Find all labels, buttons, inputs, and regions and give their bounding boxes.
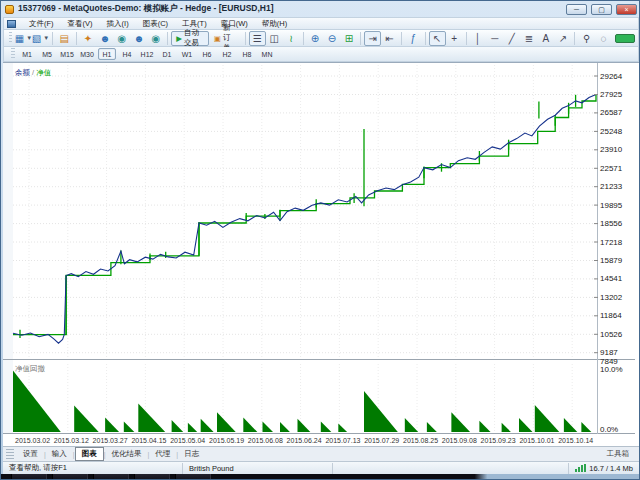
trendline-icon: ╱ [509,33,515,44]
magnifier-button[interactable]: ⚲ [578,31,595,46]
timeframe-W1[interactable]: W1 [178,48,196,60]
cursor-button[interactable]: ↖ [429,31,446,46]
tester-tab-输入[interactable]: 输入 [46,448,73,460]
standard-toolbar: ▦▼▧▼▤✦☻◉☻◉▶自动交易▣新订单☰◫≀⊕⊖⊞⇥⇤ƒ↖+│─╱≣A↗⚲◌ [3,30,639,47]
equity-legend-label: 净值 [36,68,51,77]
svg-text:27925: 27925 [600,90,623,99]
timeframe-M1[interactable]: M1 [18,48,36,60]
vps-icon: ◉ [118,33,127,44]
toolbox-grip[interactable] [6,449,14,460]
menu-查看[interactable]: 查看(V) [61,18,100,30]
timeframe-M30[interactable]: M30 [78,48,96,60]
timeframe-H12[interactable]: H12 [138,48,156,60]
bars-chart-icon: ☰ [253,33,262,44]
zoom-in-button[interactable]: ⊕ [306,31,323,46]
shapes-button[interactable]: ◌ [595,31,612,46]
menu-图表[interactable]: 图表(C) [136,18,175,30]
time-scale[interactable]: 2015.03.022015.03.122015.03.272015.04.15… [15,437,593,444]
toolbox-title: 工具箱 [607,449,630,459]
svg-text:2015.05.04: 2015.05.04 [170,437,205,444]
tester-chart[interactable]: 2926427925265872524823910225712123319895… [3,63,639,447]
new-order-button[interactable]: ▣新订单 [209,31,242,46]
arrows-button[interactable]: ↗ [554,31,571,46]
tester-tab-设置[interactable]: 设置 [17,448,44,460]
line-chart-button[interactable]: ≀ [283,31,300,46]
svg-text:2015.09.23: 2015.09.23 [481,437,516,444]
toolbar-separator [245,32,246,45]
market-button[interactable]: ✦ [79,31,96,46]
fibonacci-button[interactable]: ≣ [520,31,537,46]
timeframe-H1[interactable]: H1 [98,48,116,60]
timeframes-grip[interactable] [11,48,15,60]
zoom-out-button[interactable]: ⊖ [323,31,340,46]
crosshair-button[interactable]: + [446,31,463,46]
vps-button[interactable]: ◉ [113,31,130,46]
status-bar: 查看帮助, 请按F1 British Pound 16.7 / 1.4 Mb [3,461,639,474]
market-watch-button[interactable]: ▤ [56,31,73,46]
balance-legend-label: 余额 [15,68,30,77]
algo-trading-button[interactable]: ▶自动交易 [171,31,209,46]
tester-graph-panel[interactable]: 2926427925265872524823910225712123319895… [3,62,639,446]
timeframe-H4[interactable]: H4 [118,48,136,60]
alerts-button[interactable]: ◉ [147,31,164,46]
chevron-down-icon[interactable]: ▼ [43,35,49,41]
text-label-button[interactable]: A [537,31,554,46]
svg-text:2015.07.13: 2015.07.13 [325,437,360,444]
tester-tab-代理[interactable]: 代理 [149,448,176,460]
timeframe-MN[interactable]: MN [258,48,276,60]
taskbar-button[interactable] [93,474,129,480]
signals-button[interactable]: ☻ [96,31,113,46]
close-button[interactable]: × [616,4,637,15]
taskbar-button[interactable] [52,474,88,480]
taskbar-button[interactable] [134,474,170,480]
toolbar-separator [360,32,361,45]
app-icon [5,5,14,14]
chart-shift-button[interactable]: ⇤ [381,31,398,46]
title-bar: 15377069 - MetaQuotes-Demo: 模拟账户 - Hedge… [1,1,640,17]
timeframe-M5[interactable]: M5 [38,48,56,60]
new-chart-button[interactable]: ▦▼ [15,31,32,46]
cursor-icon: ↖ [433,33,441,44]
menu-插入[interactable]: 插入(I) [100,18,136,30]
tile-windows-button[interactable]: ⊞ [340,31,357,46]
auto-scroll-button[interactable]: ⇥ [364,31,381,46]
svg-text:2015.07.29: 2015.07.29 [364,437,399,444]
taskbar-button[interactable] [11,474,47,480]
bars-chart-button[interactable]: ☰ [249,31,266,46]
maximize-button[interactable]: ▢ [591,4,612,15]
profiles-button[interactable]: ▧▼ [32,31,49,46]
tester-tab-图表[interactable]: 图表 [75,447,104,461]
svg-text:25248: 25248 [600,127,623,136]
timeframe-M15[interactable]: M15 [58,48,76,60]
timeframe-D1[interactable]: D1 [158,48,176,60]
drawdown-pane-label: 净值回撤 [15,364,45,374]
svg-text:14541: 14541 [600,274,623,283]
menu-帮助[interactable]: 帮助(H) [255,18,294,30]
taskbar-button[interactable] [175,474,211,480]
toolbar-grip[interactable] [9,32,12,44]
traffic-text: 16.7 / 1.4 Mb [589,464,633,473]
horizontal-line-button[interactable]: ─ [486,31,503,46]
toolbar-separator [303,32,304,45]
chart-shift-icon: ⇤ [385,33,393,44]
menu-文件[interactable]: 文件(F) [22,18,61,30]
tester-progress-bar [615,34,635,43]
community-button[interactable]: ☻ [130,31,147,46]
candles-chart-button[interactable]: ◫ [266,31,283,46]
tester-tab-日志[interactable]: 日志 [178,448,205,460]
arrows-icon: ↗ [559,33,567,44]
toolbar-separator [425,32,426,45]
indicators-button[interactable]: ƒ [405,31,422,46]
alerts-icon: ◉ [152,33,161,44]
tester-tab-优化结果[interactable]: 优化结果 [105,448,147,460]
timeframe-H2[interactable]: H2 [218,48,236,60]
svg-text:26587: 26587 [600,108,623,117]
trendline-button[interactable]: ╱ [503,31,520,46]
svg-text:10526: 10526 [600,330,623,339]
minimize-button[interactable]: ─ [566,4,587,15]
timeframe-H8[interactable]: H8 [238,48,256,60]
toolbar-separator [52,32,53,45]
svg-text:13202: 13202 [600,293,623,302]
vertical-line-button[interactable]: │ [469,31,486,46]
timeframe-H6[interactable]: H6 [198,48,216,60]
